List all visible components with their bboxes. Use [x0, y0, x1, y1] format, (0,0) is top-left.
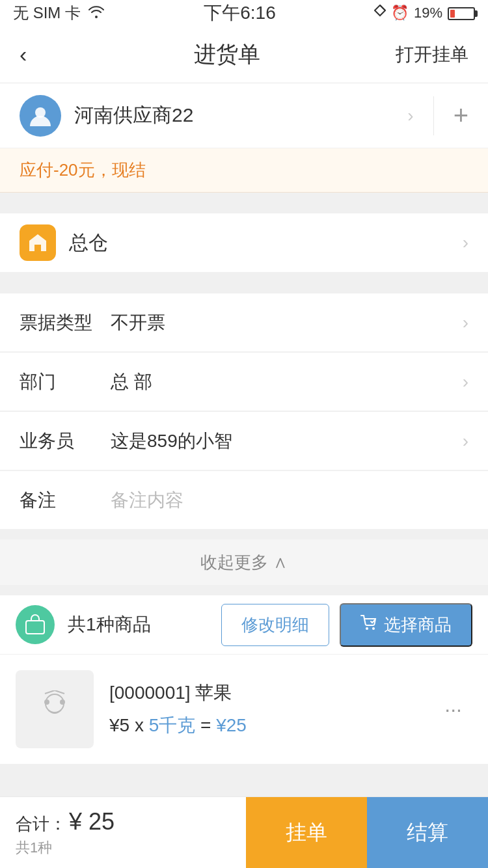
cart-icon [360, 615, 379, 635]
svg-point-7 [60, 699, 65, 705]
page-title: 进货单 [194, 40, 260, 70]
alarm-icon: ⏰ [391, 5, 409, 21]
total-section: 合计： ¥ 25 共1种 [0, 797, 246, 868]
svg-point-6 [44, 699, 49, 705]
invoice-value: 不开票 [111, 310, 463, 335]
warehouse-name: 总仓 [69, 230, 463, 256]
product-thumbnail [16, 670, 94, 748]
warehouse-icon [20, 224, 56, 261]
dept-arrow-icon: › [463, 372, 468, 392]
supplier-arrow-icon: › [407, 105, 413, 126]
salesman-label: 业务员 [20, 429, 111, 454]
product-more-button[interactable]: ··· [434, 691, 472, 728]
select-product-label: 选择商品 [384, 614, 452, 636]
back-button[interactable]: ‹ [20, 42, 59, 67]
status-bar-right: ⏰ 19% [374, 5, 475, 21]
svg-rect-1 [34, 245, 41, 251]
note-row[interactable]: 备注 备注内容 [0, 470, 488, 529]
product-header: 共1种商品 修改明细 选择商品 [0, 595, 488, 654]
dept-row[interactable]: 部门 总 部 › [0, 352, 488, 411]
note-label: 备注 [20, 488, 111, 513]
supplier-row[interactable]: 河南供应商22 › + [0, 83, 488, 148]
invoice-arrow-icon: › [463, 312, 468, 333]
carrier-text: 无 SIM 卡 [13, 3, 81, 23]
status-bar-left: 无 SIM 卡 [13, 3, 105, 23]
salesman-value: 这是859的小智 [111, 429, 463, 454]
battery-percent: 19% [414, 5, 442, 21]
select-product-button[interactable]: 选择商品 [340, 603, 472, 647]
product-icon [16, 605, 55, 644]
hang-order-button[interactable]: 挂单 [246, 797, 367, 868]
supplier-avatar [20, 95, 61, 137]
warehouse-arrow-icon: › [463, 232, 468, 253]
note-input[interactable]: 备注内容 [111, 488, 468, 513]
bottom-bar: 合计： ¥ 25 共1种 挂单 结算 [0, 796, 488, 868]
svg-rect-2 [26, 621, 44, 634]
total-count: 共1种 [16, 838, 230, 858]
collapse-button[interactable]: 收起更多 ∧ [0, 539, 488, 585]
product-count: 共1种商品 [68, 612, 221, 637]
product-logo-icon [35, 690, 74, 729]
total-label: 合计： [16, 813, 66, 835]
product-item: [0000001] 苹果 ¥5 x 5千克 = ¥25 ··· [0, 654, 488, 764]
product-info: [0000001] 苹果 ¥5 x 5千克 = ¥25 [109, 681, 434, 738]
checkout-button[interactable]: 结算 [367, 797, 488, 868]
dept-value: 总 部 [111, 370, 463, 394]
invoice-label: 票据类型 [20, 310, 111, 335]
status-time: 下午6:16 [204, 1, 276, 25]
total-amount: ¥ 25 [69, 808, 115, 835]
product-price: ¥5 x 5千克 = ¥25 [109, 713, 434, 738]
svg-point-3 [366, 627, 368, 630]
nav-bar: ‹ 进货单 打开挂单 [0, 26, 488, 83]
edit-detail-button[interactable]: 修改明细 [221, 604, 329, 646]
open-pending-button[interactable]: 打开挂单 [396, 42, 468, 67]
supplier-name: 河南供应商22 [74, 102, 407, 129]
invoice-row[interactable]: 票据类型 不开票 › [0, 293, 488, 351]
product-name: [0000001] 苹果 [109, 681, 434, 705]
payment-notice: 应付-20元，现结 [0, 148, 488, 193]
warehouse-card[interactable]: 总仓 › [0, 213, 488, 272]
supplier-card: 河南供应商22 › + 应付-20元，现结 [0, 83, 488, 193]
warehouse-row[interactable]: 总仓 › [0, 213, 488, 272]
salesman-row[interactable]: 业务员 这是859的小智 › [0, 411, 488, 470]
dept-label: 部门 [20, 370, 111, 394]
svg-point-4 [372, 627, 375, 630]
battery-icon [448, 5, 475, 21]
add-supplier-button[interactable]: + [433, 96, 468, 135]
form-card: 票据类型 不开票 › 部门 总 部 › 业务员 这是859的小智 › 备注 备注… [0, 293, 488, 529]
product-card: 共1种商品 修改明细 选择商品 [0, 595, 488, 764]
wifi-icon [87, 4, 105, 22]
salesman-arrow-icon: › [463, 431, 468, 452]
location-icon [374, 5, 386, 21]
status-bar: 无 SIM 卡 下午6:16 ⏰ 19% [0, 0, 488, 26]
